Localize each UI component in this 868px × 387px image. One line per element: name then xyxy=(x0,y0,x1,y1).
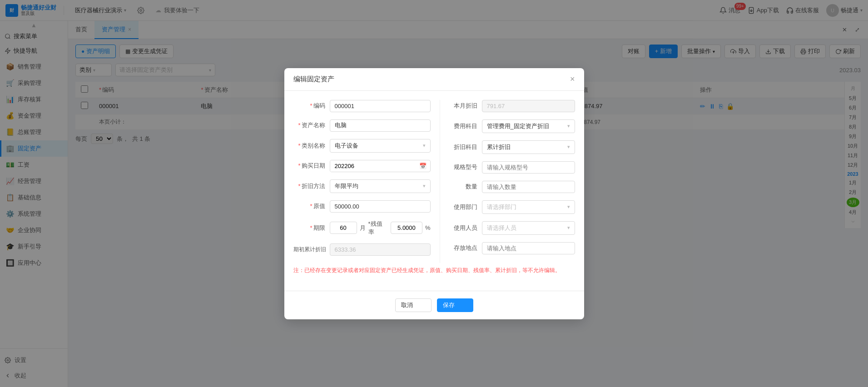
purchase-date-input-wrapper: 📅 xyxy=(330,160,431,172)
spec-input[interactable] xyxy=(482,161,575,174)
user-select[interactable]: 请选择人员 ▾ xyxy=(482,221,575,235)
edit-asset-dialog: 编辑固定资产 × *编码 *资产名称 xyxy=(284,68,584,319)
code-label: *编码 xyxy=(293,102,330,110)
form-row-period: *期限 月 *残值率 % xyxy=(293,220,431,236)
quantity-input[interactable] xyxy=(482,181,575,193)
form-row-initial-depreciation: 期初累计折旧 xyxy=(293,243,431,256)
initial-depreciation-input xyxy=(330,243,431,256)
purchase-date-input[interactable] xyxy=(330,160,416,172)
category-select[interactable]: 电子设备 ▾ xyxy=(330,139,431,153)
chevron-down-icon: ▾ xyxy=(423,143,426,149)
form-left-column: *编码 *资产名称 *类别名称 xyxy=(293,100,440,263)
form-row-code: *编码 xyxy=(293,100,431,112)
form-row-depreciation-account: 折旧科目 累计折旧 ▾ xyxy=(449,140,575,154)
user-label: 使用人员 xyxy=(449,224,482,232)
department-label: 使用部门 xyxy=(449,203,482,211)
location-label: 存放地点 xyxy=(449,244,482,252)
calendar-icon[interactable]: 📅 xyxy=(416,163,430,169)
expense-account-label: 费用科目 xyxy=(449,122,482,130)
form-row-monthly-depreciation: 本月折旧 xyxy=(449,100,575,112)
period-input[interactable] xyxy=(330,222,357,234)
expense-account-select[interactable]: 管理费用_固定资产折旧 ▾ xyxy=(482,119,575,133)
category-label: *类别名称 xyxy=(293,142,330,150)
residual-rate-label: *残值率 xyxy=(368,220,388,236)
initial-depreciation-label: 期初累计折旧 xyxy=(293,246,330,253)
chevron-down-icon: ▾ xyxy=(567,204,570,210)
cancel-button[interactable]: 取消 xyxy=(395,298,432,312)
depreciation-method-label: *折旧方法 xyxy=(293,182,330,190)
depreciation-account-select[interactable]: 累计折旧 ▾ xyxy=(482,140,575,154)
period-row: 月 *残值率 % xyxy=(330,220,431,236)
form-right-column: 本月折旧 费用科目 管理费用_固定资产折旧 ▾ 折旧科目 累计折旧 xyxy=(440,100,575,263)
depreciation-account-label: 折旧科目 xyxy=(449,143,482,151)
dialog-close-btn[interactable]: × xyxy=(570,74,575,84)
chevron-down-icon: ▾ xyxy=(423,183,426,189)
form-row-location: 存放地点 xyxy=(449,242,575,254)
name-label: *资产名称 xyxy=(293,121,330,129)
spec-label: 规格型号 xyxy=(449,163,482,171)
code-input[interactable] xyxy=(330,100,431,112)
dialog-title: 编辑固定资产 xyxy=(293,75,334,84)
location-input[interactable] xyxy=(482,242,575,254)
period-label: *期限 xyxy=(293,224,330,232)
residual-unit: % xyxy=(425,224,431,231)
dialog-body: *编码 *资产名称 *类别名称 xyxy=(284,91,584,291)
form-grid: *编码 *资产名称 *类别名称 xyxy=(293,100,575,263)
form-row-user: 使用人员 请选择人员 ▾ xyxy=(449,221,575,235)
modal-overlay[interactable]: 编辑固定资产 × *编码 *资产名称 xyxy=(0,0,868,387)
monthly-depreciation-label: 本月折旧 xyxy=(449,102,482,110)
original-value-input[interactable] xyxy=(330,200,431,213)
original-value-label: *原值 xyxy=(293,202,330,210)
form-row-depreciation-method: *折旧方法 年限平均 ▾ xyxy=(293,179,431,193)
form-row-purchase-date: *购买日期 📅 xyxy=(293,160,431,172)
asset-name-input[interactable] xyxy=(330,119,431,132)
monthly-depreciation-input xyxy=(482,100,575,112)
period-unit: 月 xyxy=(360,224,366,232)
form-row-quantity: 数量 xyxy=(449,181,575,193)
dialog-footer: 取消 保存 xyxy=(284,291,584,319)
save-button[interactable]: 保存 xyxy=(437,298,473,312)
purchase-date-label: *购买日期 xyxy=(293,162,330,170)
quantity-label: 数量 xyxy=(449,183,482,191)
form-row-name: *资产名称 xyxy=(293,119,431,132)
chevron-down-icon: ▾ xyxy=(567,123,570,129)
chevron-down-icon: ▾ xyxy=(567,225,570,231)
form-row-original-value: *原值 xyxy=(293,200,431,213)
department-select[interactable]: 请选择部门 ▾ xyxy=(482,200,575,214)
dialog-notice: 注：已经存在变更记录或者对应固定资产已经生成凭证，原值、购买日期、残值率、累计折… xyxy=(293,267,575,274)
form-row-expense-account: 费用科目 管理费用_固定资产折旧 ▾ xyxy=(449,119,575,133)
form-row-department: 使用部门 请选择部门 ▾ xyxy=(449,200,575,214)
form-row-spec: 规格型号 xyxy=(449,161,575,174)
residual-rate-input[interactable] xyxy=(391,222,422,234)
dialog-header: 编辑固定资产 × xyxy=(284,68,584,91)
depreciation-method-select[interactable]: 年限平均 ▾ xyxy=(330,179,431,193)
form-row-category: *类别名称 电子设备 ▾ xyxy=(293,139,431,153)
chevron-down-icon: ▾ xyxy=(567,144,570,150)
